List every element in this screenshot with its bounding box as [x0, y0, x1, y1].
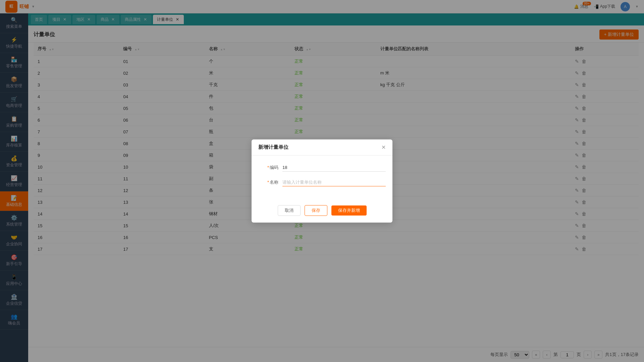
dialog-footer: 取消 保存 保存并新增: [252, 201, 392, 223]
required-mark: *: [267, 165, 269, 170]
save-and-new-button[interactable]: 保存并新增: [331, 205, 367, 216]
required-mark-name: *: [267, 180, 269, 185]
cancel-button[interactable]: 取消: [278, 205, 301, 216]
dialog-header: 新增计量单位 ✕: [252, 139, 392, 156]
code-input[interactable]: [282, 164, 386, 172]
dialog-body: *编码 *名称: [252, 156, 392, 201]
form-row-code: *编码: [258, 164, 386, 172]
dialog-title: 新增计量单位: [258, 144, 288, 150]
form-row-name: *名称: [258, 178, 386, 186]
save-button[interactable]: 保存: [305, 205, 327, 216]
dialog-overlay[interactable]: 新增计量单位 ✕ *编码 *名称 取消 保存 保存并新增: [0, 0, 644, 362]
name-label: *名称: [258, 179, 278, 185]
add-unit-dialog: 新增计量单位 ✕ *编码 *名称 取消 保存 保存并新增: [252, 139, 392, 223]
code-label: *编码: [258, 165, 278, 171]
dialog-close-button[interactable]: ✕: [381, 144, 386, 150]
name-input[interactable]: [282, 178, 386, 186]
